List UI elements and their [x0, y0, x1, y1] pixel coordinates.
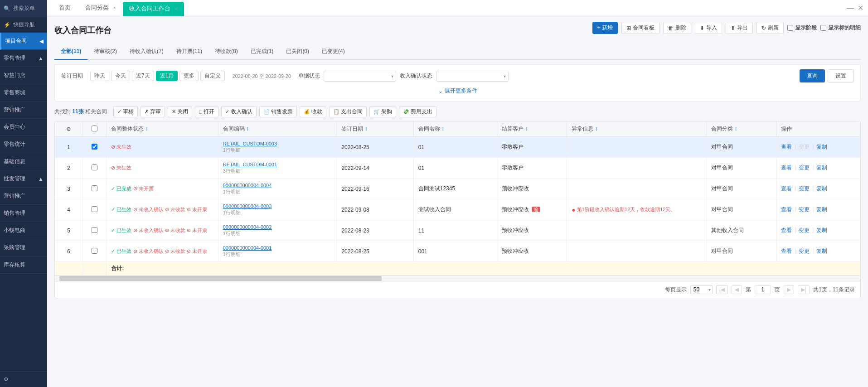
view-btn5[interactable]: 查看 [781, 227, 792, 234]
sidebar-nav[interactable]: ⚡ 快捷导航 [0, 17, 47, 33]
tab-pending-confirm[interactable]: 待收入确认(7) [123, 44, 170, 60]
open-button[interactable]: □ 打开 [195, 106, 218, 117]
sidebar-settings[interactable]: ⚙ [0, 371, 47, 387]
row-check-input[interactable] [92, 206, 97, 212]
date-btn-custom[interactable]: 自定义 [200, 71, 225, 81]
sidebar-item-marketing2[interactable]: 营销推广 [0, 188, 47, 205]
date-btn-yesterday[interactable]: 昨天 [90, 71, 109, 81]
change-btn5[interactable]: 变更 [799, 227, 810, 234]
sidebar-item-retail-mall[interactable]: 零售商城 [0, 84, 47, 102]
tab-income-contract-close[interactable]: × [175, 6, 178, 11]
sidebar-item-ecommerce[interactable]: 小畅电商 [0, 222, 47, 239]
sort-icon5[interactable]: ↕ [525, 126, 528, 132]
contract-code-link4[interactable]: 0000000000004-0003 [223, 203, 272, 209]
row-check-input[interactable] [92, 185, 97, 191]
row-check-input[interactable] [92, 164, 97, 170]
sidebar-item-sales[interactable]: 销售管理 [0, 205, 47, 222]
abandon-audit-button[interactable]: ✗ 弃审 [141, 106, 165, 117]
view-btn3[interactable]: 查看 [781, 185, 792, 193]
sidebar-item-wholesale[interactable]: 批发管理 ▲ [0, 170, 47, 188]
view-btn4[interactable]: 查看 [781, 206, 792, 213]
tab-contract-category[interactable]: 合同分类 × [78, 0, 123, 16]
show-detail-checkbox[interactable]: 显示标的明细 [820, 24, 861, 32]
tab-changed[interactable]: 已变更(4) [315, 44, 351, 60]
payment-button[interactable]: 💰 收款 [300, 106, 326, 117]
show-stages-checkbox[interactable]: 显示阶段 [787, 24, 817, 32]
date-btn-more[interactable]: 更多 [179, 71, 199, 81]
row-checkbox[interactable] [83, 199, 107, 220]
change-btn3[interactable]: 变更 [799, 185, 810, 193]
sidebar-item-base-info[interactable]: 基础信息 [0, 153, 47, 170]
new-button[interactable]: + 新增 [592, 22, 618, 34]
tab-closed[interactable]: 已关闭(0) [280, 44, 315, 60]
purchase-button[interactable]: 🛒 采购 [369, 106, 396, 117]
copy-btn4[interactable]: 复制 [816, 206, 827, 213]
sidebar-item-member[interactable]: 会员中心 [0, 119, 47, 136]
page-size-select[interactable]: 10 20 50 100 [690, 285, 713, 294]
row-checkbox[interactable] [83, 179, 107, 199]
window-minimize-icon[interactable]: — [847, 4, 854, 12]
scroll-thumb[interactable] [59, 276, 382, 281]
sidebar-item-project-contract[interactable]: 项目合同 ◀ [0, 33, 47, 50]
show-stages-input[interactable] [787, 25, 793, 31]
sort-icon6[interactable]: ↕ [595, 126, 598, 132]
export-button[interactable]: ⬆ 导出 [726, 22, 753, 34]
contract-code-link3[interactable]: 0000000000004-0004 [223, 183, 272, 188]
expand-filter-button[interactable]: ⌄ 展开更多条件 [435, 85, 481, 97]
tab-contract-category-close[interactable]: × [113, 5, 116, 10]
next-page-btn[interactable]: ▶ [784, 285, 794, 294]
sidebar-item-marketing[interactable]: 营销推广 [0, 102, 47, 119]
date-btn-1month[interactable]: 近1月 [156, 71, 178, 81]
delete-button[interactable]: 🗑 删除 [663, 22, 691, 34]
kanban-button[interactable]: ⊞ 合同看板 [621, 22, 659, 34]
row-checkbox[interactable] [83, 158, 107, 179]
contract-code-link[interactable]: RETAIL_CUSTOM-0003 [223, 141, 277, 146]
import-button[interactable]: ⬇ 导入 [695, 22, 722, 34]
sidebar-item-smart-store[interactable]: 智慧门店 [0, 67, 47, 84]
sidebar-item-purchase[interactable]: 采购管理 [0, 239, 47, 256]
settings-icon[interactable]: ⚙ [66, 126, 71, 132]
row-checkbox[interactable] [83, 137, 107, 158]
window-close-icon[interactable]: ✕ [858, 4, 863, 12]
row-checkbox[interactable] [83, 220, 107, 241]
sort-icon3[interactable]: ↕ [365, 126, 368, 132]
copy-btn3[interactable]: 复制 [816, 185, 827, 193]
date-btn-today[interactable]: 今天 [111, 71, 130, 81]
copy-btn6[interactable]: 复制 [816, 247, 827, 255]
show-detail-input[interactable] [820, 25, 826, 31]
view-btn6[interactable]: 查看 [781, 247, 792, 255]
page-input[interactable] [755, 285, 771, 294]
invoice-button[interactable]: 📄 销售发票 [259, 106, 297, 117]
row-check-input[interactable] [92, 227, 97, 233]
sidebar-item-retail-stats[interactable]: 零售统计 [0, 136, 47, 153]
copy-btn2[interactable]: 复制 [816, 164, 827, 172]
change-btn[interactable]: 变更 [799, 143, 810, 151]
expense-contract-button[interactable]: 📋 支出合同 [329, 106, 367, 117]
horizontal-scrollbar[interactable] [55, 276, 860, 281]
sort-icon4[interactable]: ↕ [441, 126, 444, 132]
doc-status-select[interactable] [324, 71, 396, 82]
refresh-button[interactable]: ↻ 刷新 [756, 22, 784, 34]
contract-code-link5[interactable]: 0000000000004-0002 [223, 224, 272, 230]
row-checkbox[interactable] [83, 241, 107, 262]
expense-output-button[interactable]: 💸 费用支出 [399, 106, 436, 117]
sidebar-item-inventory[interactable]: 库存核算 [0, 256, 47, 274]
copy-btn5[interactable]: 复制 [816, 227, 827, 234]
sort-icon7[interactable]: ↕ [735, 126, 737, 132]
col-check-header[interactable] [83, 121, 107, 137]
tab-completed[interactable]: 已完成(1) [244, 44, 280, 60]
tab-pending-payment[interactable]: 待收款(8) [209, 44, 244, 60]
tab-pending-invoice[interactable]: 待开票(11) [170, 44, 209, 60]
tab-home[interactable]: 首页 [52, 0, 78, 16]
filter-settings-button[interactable]: 设置 [828, 69, 854, 82]
sort-icon2[interactable]: ↕ [246, 126, 249, 132]
last-page-btn[interactable]: ▶| [798, 285, 810, 294]
tab-all[interactable]: 全部(11) [54, 44, 87, 60]
contract-code-link2[interactable]: RETAIL_CUSTOM-0001 [223, 162, 277, 167]
change-btn2[interactable]: 变更 [799, 164, 810, 172]
confirm-status-select[interactable] [436, 71, 509, 82]
select-all-checkbox[interactable] [92, 126, 97, 131]
sidebar-item-retail-management[interactable]: 零售管理 ▲ [0, 50, 47, 67]
first-page-btn[interactable]: |◀ [716, 285, 728, 294]
close-button[interactable]: ✕ 关闭 [168, 106, 192, 117]
